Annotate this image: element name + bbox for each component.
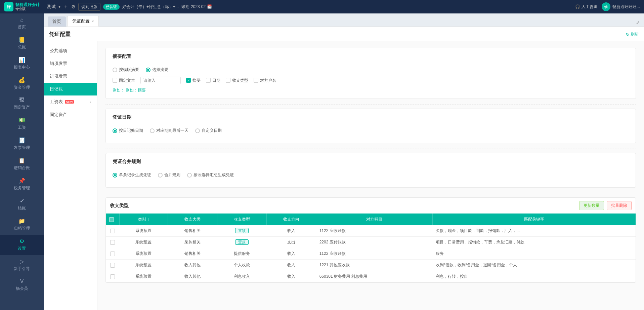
sidebar-item-settings[interactable]: ⚙ 设置 [0,235,44,255]
top-tag[interactable]: 置顶 [235,228,249,233]
sidebar-label-archive: 归档管理 [14,226,30,231]
tab-home-label: 首页 [52,18,61,25]
tab-maximize-button[interactable]: ⤢ [636,20,640,25]
row-checkbox[interactable] [110,229,115,233]
sidebar-item-home[interactable]: ⌂ 首页 [0,13,44,33]
purchase-icon: 📋 [18,157,25,164]
row-direction: 收入 [267,248,316,260]
period-value: 2023-02 [191,4,206,9]
row-checkbox-cell [106,248,119,260]
th-direction: 收支方向 [267,214,316,225]
right-content: 摘要配置 按模版摘要 选择摘要 [97,41,644,310]
sidebar-item-ledger[interactable]: 📒 总账 [0,33,44,53]
checkbox-type[interactable]: 收支类型 [226,78,248,83]
radio-period-last[interactable]: 对应期间最后一天 [150,128,188,133]
row-main-type: 收入其他 [168,271,217,282]
radio-template-circle [113,68,117,72]
sidebar-label-reports: 报表中心 [14,65,30,70]
row-checkbox[interactable] [110,240,115,245]
sidebar-label-fixed-assets: 固定资产 [14,105,30,110]
checkbox-counterpart[interactable]: 对方户名 [254,78,276,83]
row-account: 1122 应收账款 [316,248,433,260]
radio-summary-gen[interactable]: 按照选择汇总生成凭证 [187,172,234,178]
service-button[interactable]: 🎧 人工咨询 [575,4,598,10]
user-menu[interactable]: 畅 畅捷通旺旺旺... [602,2,640,11]
left-nav-sales-invoice[interactable]: 销项发票 [44,57,97,70]
username-label: 畅捷通旺旺旺... [612,4,640,10]
left-nav-purchase-invoice[interactable]: 进项发票 [44,70,97,83]
single-voucher-circle [113,173,117,178]
table-header: 类别 ↓ 收支大类 收支类型 收支方向 对方科目 匹配关键字 [106,214,636,225]
row-keywords: 收到*借款，收到*备用金，退回*备用金，个人 [432,260,636,271]
sidebar-label-settings: 设置 [18,246,26,251]
select-all-checkbox[interactable] [109,217,114,222]
left-nav-fixed-assets[interactable]: 固定资产 [44,108,97,121]
counterpart-checkbox-label: 对方户名 [260,78,276,83]
radio-journal-date[interactable]: 按日记账日期 [113,128,143,133]
radio-merge-rule[interactable]: 合并规则 [158,172,180,178]
radio-select-summary[interactable]: 选择摘要 [146,67,168,73]
sidebar-item-member[interactable]: V 畅会员 [0,275,44,295]
radio-template-summary[interactable]: 按模版摘要 [113,67,139,73]
fixed-text-input[interactable] [140,77,181,84]
home-icon: ⌂ [20,17,24,23]
row-category: 系统预置 [119,248,168,260]
checkbox-fixed-text[interactable]: 固定文本 [113,78,135,83]
row-checkbox[interactable] [110,274,115,279]
body-split: 公共选项 销项发票 进项发票 日记账 工资表 NEW › 固定资产 [44,41,644,310]
refresh-button[interactable]: ↻ 刷新 [626,32,639,37]
sidebar-item-guide[interactable]: ▷ 新手引导 [0,255,44,275]
th-checkbox[interactable] [106,214,119,225]
row-checkbox-cell [106,260,119,271]
settings-gear-icon[interactable]: ⚙ [71,4,76,9]
row-account: 1221 其他应收款 [316,260,433,271]
sidebar-label-tax: 税务管理 [14,185,30,191]
radio-single-voucher[interactable]: 单条记录生成凭证 [113,172,151,178]
tab-home[interactable]: 首页 [48,16,66,27]
left-nav-payroll[interactable]: 工资表 NEW › [44,95,97,108]
row-account: 2202 应付账款 [316,237,433,248]
calendar-icon[interactable]: 📅 [207,4,212,9]
fixed-text-checkbox [113,78,117,83]
row-keywords: 利息，行转，按自 [432,271,636,282]
row-category: 系统预置 [119,271,168,282]
merge-rule-circle [158,173,163,178]
radio-custom-date[interactable]: 自定义日期 [195,128,222,133]
row-checkbox[interactable] [110,251,115,256]
row-checkbox[interactable] [110,263,115,268]
sidebar-item-settlement[interactable]: ✔ 结账 [0,194,44,215]
sidebar-item-purchase[interactable]: 📋 进销台账 [0,154,44,174]
table-row: 系统预置 收入其他 个人收款 收入 1221 其他应收款 收到*借款，收到*备用… [106,260,636,271]
old-version-button[interactable]: 切到旧版 [78,3,100,11]
update-button[interactable]: 更新数量 [579,201,604,210]
sidebar-item-funds[interactable]: 💰 资金管理 [0,74,44,94]
checkbox-date[interactable]: 日期 [206,78,220,83]
sidebar-item-tax[interactable]: 📌 税务管理 [0,174,44,194]
tax-icon: 📌 [18,178,25,184]
left-nav-journal[interactable]: 日记账 [44,83,97,95]
sidebar-label-ledger: 总账 [18,44,26,50]
sidebar: ⌂ 首页 📒 总账 📊 报表中心 💰 资金管理 🏗 固定资产 💵 工资 🧾 发票… [0,13,44,310]
top-tag[interactable]: 置顶 [235,239,249,245]
dropdown-arrow-icon[interactable]: ▾ [58,4,60,9]
sidebar-item-reports[interactable]: 📊 报表中心 [0,53,44,74]
add-icon[interactable]: ＋ [63,3,69,10]
checkbox-summary[interactable]: ✓ 摘要 [186,78,201,83]
sidebar-item-payroll[interactable]: 💵 工资 [0,114,44,134]
tab-voucher-config[interactable]: 凭证配置 × [67,16,99,27]
sidebar-label-payroll: 工资 [18,125,26,130]
sidebar-item-archive[interactable]: 📁 归档管理 [0,215,44,235]
left-nav-public[interactable]: 公共选项 [44,44,97,57]
tab-close-icon[interactable]: × [92,19,94,23]
row-keywords: 欠款，现金，项目款，到款，报销款，汇入，... [432,225,636,237]
delete-button[interactable]: 批量删除 [607,201,632,210]
example-value: 例如：摘要 [126,88,146,92]
sidebar-item-invoice[interactable]: 🧾 发票管理 [0,134,44,154]
table-section-title: 收支类型 [110,203,129,209]
sidebar-item-fixed-assets[interactable]: 🏗 固定资产 [0,94,44,114]
divider-3 [105,193,636,193]
voucher-date-radio-group: 按日记账日期 对应期间最后一天 自定义日期 [113,128,629,133]
tab-minimize-button[interactable]: — [629,20,634,25]
avatar: 畅 [602,2,610,11]
type-checkbox-label: 收支类型 [232,78,248,83]
